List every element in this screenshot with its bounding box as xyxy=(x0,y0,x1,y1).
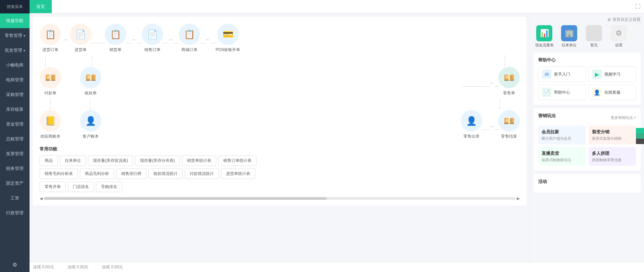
right-panel: ⚙ 首页自定义设置 📊 现金流量表 🏢 往来单位 暂无 ⚙ xyxy=(530,13,644,262)
customize-link[interactable]: ⚙ 首页自定义设置 xyxy=(534,17,641,22)
node-payment[interactable]: 💴 付款单 xyxy=(40,67,61,96)
sidebar: 搜索菜单 快捷导航 零售管理▾ 批发管理▾ 小畅电商 电商管理 采购管理 库存核… xyxy=(0,0,30,272)
sidebar-item-ecom-small[interactable]: 小畅电商 xyxy=(0,58,30,73)
help-center-title: 帮助中心 xyxy=(538,57,636,63)
func-store-rank[interactable]: 门店排名 xyxy=(68,182,94,192)
sidebar-item-wholesale[interactable]: 批发管理▾ xyxy=(0,43,30,58)
arrow-right-1: → xyxy=(62,36,68,43)
func-retail-open[interactable]: 零售开单 xyxy=(40,182,66,192)
quick-icon-settings[interactable]: ⚙ 设置 xyxy=(608,25,630,48)
common-func-title: 常用功能 xyxy=(40,146,520,152)
sidebar-item-assets[interactable]: 固定资产 xyxy=(0,176,30,191)
marketing-item-member[interactable]: 会员拉新 吸引用户成为会员 xyxy=(538,126,586,144)
quick-icon-cashflow[interactable]: 📊 现金流量表 xyxy=(534,25,555,48)
func-payment-stat[interactable]: 付款情况统计 xyxy=(185,169,219,179)
sidebar-item-invoice[interactable]: 发票管理 xyxy=(0,146,30,161)
node-receipt[interactable]: 💴 收款单 xyxy=(80,67,101,96)
more-marketing-link[interactable]: 更多营销玩法 > xyxy=(611,115,636,120)
float-community[interactable]: 服务社区 xyxy=(636,133,644,139)
sidebar-quicknav[interactable]: 快捷导航 xyxy=(0,13,30,28)
scroll-right-icon[interactable]: ▶ xyxy=(517,196,520,201)
help-item-video[interactable]: ▶ 视频学习 xyxy=(589,66,636,82)
marketing-item-group[interactable]: 多人拼团 拼团购物享受优惠 xyxy=(589,147,636,166)
node-customer-account[interactable]: 👤 客户账本 xyxy=(80,110,101,139)
node-sales-bill[interactable]: 📋 销货单 xyxy=(105,24,126,53)
node-supplier-account[interactable]: 📒 供应商账本 xyxy=(40,110,61,139)
marketing-grid: 会员拉新 吸引用户成为会员 裂变分销 裂变式发展分销商 直播卖货 场景式购物新玩… xyxy=(538,126,636,166)
node-mall-order[interactable]: 📋 商城订单 xyxy=(179,24,200,53)
marketing-title: 营销玩法 xyxy=(538,113,556,119)
func-units[interactable]: 往来单位 xyxy=(60,155,86,166)
activity-title: 活动 xyxy=(538,179,636,185)
func-sales-stat[interactable]: 销货单统计表 xyxy=(182,155,216,166)
func-inventory-status[interactable]: 现存量(库存状况表) xyxy=(88,155,133,166)
sidebar-item-wage[interactable]: 工资 xyxy=(0,191,30,206)
main-area: 首页 ⛶ 📋 进货订单 → 📄 xyxy=(30,0,644,272)
quick-icons-row: 📊 现金流量表 🏢 往来单位 暂无 ⚙ 设置 xyxy=(534,25,641,48)
func-sales-gross[interactable]: 销售毛利分析表 xyxy=(40,169,78,179)
left-panel: 📋 进货订单 → 📄 进货单 📋 销货单 xyxy=(30,13,530,262)
func-sales-rank[interactable]: 销售排行榜 xyxy=(116,169,146,179)
marketing-item-live[interactable]: 直播卖货 场景式购物新玩法 xyxy=(538,147,586,166)
content-area: 📋 进货订单 → 📄 进货单 📋 销货单 xyxy=(30,13,644,262)
func-sales-order-stat[interactable]: 销售订单统计表 xyxy=(218,155,257,166)
sidebar-item-ecom-manage[interactable]: 电商管理 xyxy=(0,73,30,87)
top-tabs: 首页 ⛶ xyxy=(30,0,644,13)
func-grid-row1: 商品 往来单位 现存量(库存状况表) 现存量(库存分布表) 销货单统计表 销售订… xyxy=(40,155,520,166)
scrollbar-thumb xyxy=(44,197,327,200)
sidebar-item-purchase[interactable]: 采购管理 xyxy=(0,87,30,102)
func-goods-gross[interactable]: 商品毛利分析 xyxy=(80,169,114,179)
func-grid-row3: 零售开单 门店排名 导购排名 xyxy=(40,182,520,192)
func-receipt-stat[interactable]: 收款情况统计 xyxy=(148,169,183,179)
units-icon: 🏢 xyxy=(561,25,577,41)
func-purchase-stat[interactable]: 进货单统计表 xyxy=(221,169,255,179)
sidebar-item-inventory[interactable]: 库存核算 xyxy=(0,102,30,117)
node-retail-order[interactable]: 💴 零售单 xyxy=(498,67,520,96)
bottom-bar: 业绩 0.00元 业绩 0.00元 业绩 0.00元 xyxy=(30,262,644,272)
node-pos[interactable]: 💳 POS收银开单 xyxy=(216,24,240,53)
scroll-left-icon[interactable]: ◀ xyxy=(40,196,43,201)
func-inventory-dist[interactable]: 现存量(库存分布表) xyxy=(135,155,180,166)
bottom-stat-2: 业绩 0.00元 xyxy=(67,264,89,270)
node-purchase-order[interactable]: 📋 进货订单 xyxy=(40,24,61,53)
bottom-stat-3: 业绩 0.00元 xyxy=(102,264,123,270)
func-guide-rank[interactable]: 导购排名 xyxy=(96,182,122,192)
float-service[interactable]: 客服热线 xyxy=(636,128,644,133)
activity-card: 活动 xyxy=(534,174,641,193)
settings-icon[interactable]: ⚙ xyxy=(0,258,30,272)
help-item-help[interactable]: 📄 帮助中心 xyxy=(538,85,586,100)
sidebar-search[interactable]: 搜索菜单 xyxy=(0,0,30,13)
node-purchase-bill[interactable]: 📄 进货单 xyxy=(70,24,91,53)
marketing-item-fission[interactable]: 裂变分销 裂变式发展分销商 xyxy=(589,126,636,144)
settings-icon-right: ⚙ xyxy=(611,25,627,41)
help-item-service[interactable]: 👤 在线客服 xyxy=(589,85,636,100)
expand-icon[interactable]: ⛶ xyxy=(632,0,644,13)
video-icon: ▶ xyxy=(592,70,602,79)
node-retail-out[interactable]: 👤 零售出库 xyxy=(461,110,482,139)
sidebar-item-finance[interactable]: 资金管理 xyxy=(0,117,30,132)
flow-scrollbar: ◀ ▶ xyxy=(40,195,520,202)
scrollbar-track[interactable] xyxy=(44,197,515,200)
sidebar-item-admin[interactable]: 行政管理 xyxy=(0,206,30,220)
bottom-stat-1: 业绩 0.00元 xyxy=(33,264,54,270)
cashflow-icon: 📊 xyxy=(536,25,552,41)
quick-icon-units[interactable]: 🏢 往来单位 xyxy=(558,25,580,48)
tab-home[interactable]: 首页 xyxy=(30,0,52,13)
marketing-card: 营销玩法 更多营销玩法 > 会员拉新 吸引用户成为会员 裂变分销 裂变式发展分销… xyxy=(534,108,641,171)
help-item-beginner[interactable]: ✉ 新手入门 xyxy=(538,66,586,82)
side-float: 客服热线 服务社区 桌面快捷 xyxy=(636,128,644,144)
sidebar-item-tax[interactable]: 税务管理 xyxy=(0,161,30,176)
beginner-icon: ✉ xyxy=(542,70,551,79)
func-goods[interactable]: 商品 xyxy=(40,155,58,166)
float-desktop[interactable]: 桌面快捷 xyxy=(636,139,644,144)
sidebar-item-ledger[interactable]: 总账管理 xyxy=(0,132,30,146)
node-sales-order[interactable]: 📄 销售订单 xyxy=(142,24,163,53)
sidebar-item-retail[interactable]: 零售管理▾ xyxy=(0,28,30,43)
node-retail-settle[interactable]: 💴 零售结算 xyxy=(498,110,520,139)
service-icon: 👤 xyxy=(592,88,602,97)
marketing-header: 营销玩法 更多营销玩法 > xyxy=(538,113,636,122)
quick-icon-empty[interactable]: 暂无 xyxy=(583,25,605,48)
help-grid: ✉ 新手入门 ▶ 视频学习 📄 帮助中心 👤 在线客服 xyxy=(538,66,636,100)
func-grid-row2: 销售毛利分析表 商品毛利分析 销售排行榜 收款情况统计 付款情况统计 进货单统计… xyxy=(40,169,520,179)
empty-icon xyxy=(586,25,602,41)
